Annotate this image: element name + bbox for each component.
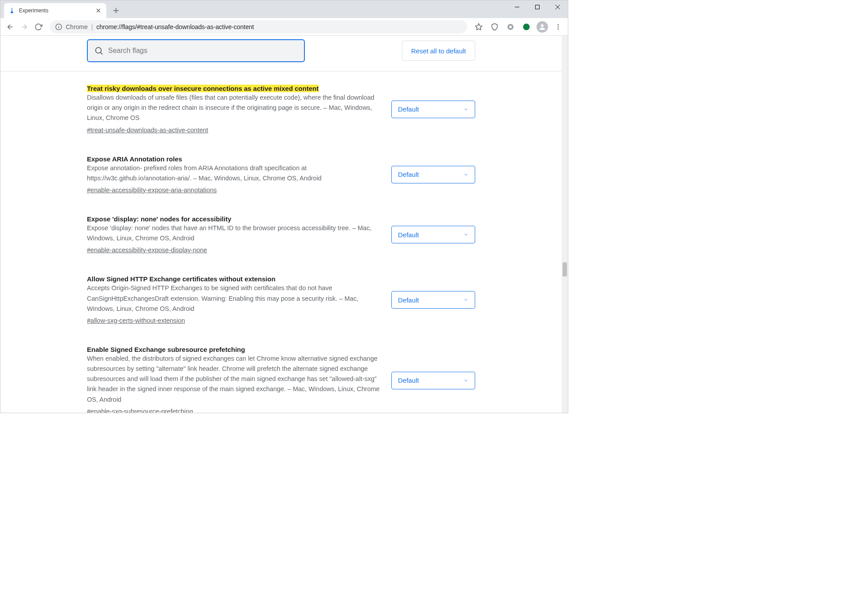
scrollbar-track[interactable] — [562, 36, 568, 413]
flag-title: Enable Signed Exchange subresource prefe… — [87, 346, 245, 353]
svg-rect-0 — [536, 5, 540, 9]
omnibox-prefix: Chrome — [66, 23, 88, 30]
close-tab-icon[interactable] — [95, 7, 102, 14]
flag-title: Expose ARIA Annotation roles — [87, 155, 182, 163]
toolbar: Chrome | chrome://flags/#treat-unsafe-do… — [0, 18, 568, 36]
content-area: Reset all to default Treat risky downloa… — [0, 36, 568, 413]
flag-select[interactable]: Default — [391, 166, 475, 183]
flag-select[interactable]: Default — [391, 291, 475, 309]
bookmark-star-icon[interactable] — [473, 21, 485, 33]
flag-select-label: Default — [398, 105, 419, 113]
flag-text: Treat risky downloads over insecure conn… — [87, 85, 383, 134]
page: Reset all to default Treat risky downloa… — [0, 36, 562, 413]
flag-anchor-link[interactable]: #enable-accessibility-expose-aria-annota… — [87, 187, 217, 194]
flag-anchor-link[interactable]: #enable-sxg-subresource-prefetching — [87, 408, 193, 413]
svg-point-9 — [558, 26, 559, 27]
flag-item: Expose 'display: none' nodes for accessi… — [87, 215, 475, 254]
tab-title: Experiments — [19, 7, 95, 14]
svg-point-5 — [509, 26, 512, 28]
svg-point-10 — [558, 28, 559, 30]
reset-all-button[interactable]: Reset all to default — [402, 41, 475, 61]
flag-item: Treat risky downloads over insecure conn… — [87, 85, 475, 134]
flag-select-label: Default — [398, 296, 419, 304]
chevron-down-icon — [463, 232, 469, 237]
minimize-button[interactable] — [507, 0, 527, 14]
profile-avatar[interactable] — [536, 21, 548, 33]
chevron-down-icon — [463, 172, 469, 177]
chevron-down-icon — [463, 297, 469, 302]
back-button[interactable] — [4, 21, 16, 33]
avatar-icon — [537, 21, 548, 33]
flag-text: Expose ARIA Annotation rolesExpose annot… — [87, 155, 383, 194]
flag-item: Expose ARIA Annotation rolesExpose annot… — [87, 155, 475, 194]
flag-item: Enable Signed Exchange subresource prefe… — [87, 346, 475, 413]
omnibox-url: chrome://flags/#treat-unsafe-downloads-a… — [96, 23, 254, 30]
flag-item: Allow Signed HTTP Exchange certificates … — [87, 275, 475, 325]
flag-anchor-link[interactable]: #allow-sxg-certs-without-extension — [87, 317, 185, 324]
svg-point-7 — [541, 24, 544, 27]
flag-description: Expose 'display: none' nodes that have a… — [87, 223, 383, 243]
flags-list: Treat risky downloads over insecure conn… — [87, 71, 475, 413]
flag-select[interactable]: Default — [391, 101, 475, 118]
reload-button[interactable] — [32, 21, 45, 33]
titlebar: Experiments — [0, 0, 568, 18]
svg-marker-3 — [476, 23, 482, 30]
flag-description: Accepts Origin-Signed HTTP Exchanges to … — [87, 283, 383, 314]
omnibox-separator: | — [91, 23, 93, 30]
flag-select-label: Default — [398, 171, 419, 178]
new-tab-button[interactable] — [110, 4, 122, 17]
flag-anchor-link[interactable]: #treat-unsafe-downloads-as-active-conten… — [87, 127, 208, 134]
flag-text: Expose 'display: none' nodes for accessi… — [87, 215, 383, 254]
flag-select[interactable]: Default — [391, 372, 475, 389]
window-controls — [507, 0, 568, 14]
flag-title: Expose 'display: none' nodes for accessi… — [87, 215, 231, 223]
flag-select-label: Default — [398, 231, 419, 239]
flag-text: Enable Signed Exchange subresource prefe… — [87, 346, 383, 413]
close-window-button[interactable] — [548, 0, 568, 14]
svg-point-2 — [58, 25, 59, 26]
toolbar-right — [473, 21, 564, 33]
search-icon — [94, 46, 104, 56]
flag-description: Disallows downloads of unsafe files (fil… — [87, 93, 383, 123]
chevron-down-icon — [463, 107, 469, 112]
search-box[interactable] — [87, 39, 305, 62]
chevron-down-icon — [463, 378, 469, 383]
site-info-icon[interactable] — [55, 23, 62, 30]
browser-window: Experiments Chrome | — [0, 0, 568, 413]
flag-text: Allow Signed HTTP Exchange certificates … — [87, 275, 383, 325]
menu-button[interactable] — [552, 21, 564, 33]
shield-icon[interactable] — [488, 21, 501, 33]
flag-select[interactable]: Default — [391, 226, 475, 243]
svg-point-6 — [523, 23, 530, 30]
flag-description: When enabled, the distributors of signed… — [87, 354, 383, 405]
flag-title: Treat risky downloads over insecure conn… — [87, 85, 319, 92]
extension-icon-2[interactable] — [520, 21, 533, 33]
extension-icon-1[interactable] — [504, 21, 517, 33]
flag-anchor-link[interactable]: #enable-accessibility-expose-display-non… — [87, 246, 207, 254]
flags-header: Reset all to default — [0, 36, 562, 71]
browser-tab[interactable]: Experiments — [4, 3, 106, 18]
omnibox[interactable]: Chrome | chrome://flags/#treat-unsafe-do… — [50, 20, 467, 34]
flask-icon — [8, 7, 15, 14]
svg-point-11 — [96, 48, 101, 53]
search-input[interactable] — [108, 47, 298, 55]
scrollbar-thumb[interactable] — [563, 262, 567, 276]
flag-description: Expose annotation- prefixed roles from A… — [87, 163, 383, 183]
flag-title: Allow Signed HTTP Exchange certificates … — [87, 275, 275, 283]
maximize-button[interactable] — [527, 0, 548, 14]
forward-button[interactable] — [18, 21, 30, 33]
svg-point-8 — [558, 24, 559, 26]
flag-select-label: Default — [398, 377, 419, 384]
